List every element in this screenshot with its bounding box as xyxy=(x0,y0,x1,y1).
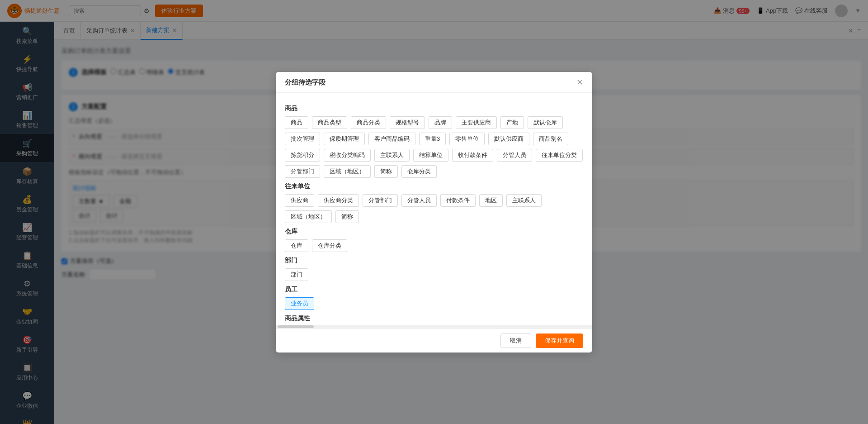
modal-hscroll xyxy=(276,325,592,328)
section-tags-2: 仓库仓库分类 xyxy=(285,239,583,252)
cancel-button[interactable]: 取消 xyxy=(500,333,531,348)
field-tag-0-3[interactable]: 规格型号 xyxy=(390,116,425,129)
field-tag-0-8[interactable]: 批次管理 xyxy=(285,133,320,145)
field-tag-3-0[interactable]: 部门 xyxy=(285,268,308,281)
field-tag-2-0[interactable]: 仓库 xyxy=(285,239,308,252)
section-title-0: 商品 xyxy=(285,105,583,113)
field-tag-0-14[interactable]: 商品别名 xyxy=(533,133,568,145)
field-tag-1-7[interactable]: 区域（地区） xyxy=(285,210,332,223)
field-tag-0-2[interactable]: 商品分类 xyxy=(351,116,386,129)
section-tags-3: 部门 xyxy=(285,268,583,281)
hscroll-thumb xyxy=(278,325,314,328)
modal: 分组待选字段 ✕ 商品商品商品类型商品分类规格型号品牌主要供应商产地默认仓库批次… xyxy=(276,72,592,353)
field-tag-0-19[interactable]: 收付款条件 xyxy=(452,149,493,162)
section-title-1: 往来单位 xyxy=(285,182,583,191)
field-tag-1-0[interactable]: 供应商 xyxy=(285,194,314,207)
modal-body: 商品商品商品类型商品分类规格型号品牌主要供应商产地默认仓库批次管理保质期管理客户… xyxy=(276,93,592,325)
field-tag-0-25[interactable]: 仓库分类 xyxy=(401,165,437,178)
section-tags-0: 商品商品类型商品分类规格型号品牌主要供应商产地默认仓库批次管理保质期管理客户商品… xyxy=(285,116,583,178)
modal-header: 分组待选字段 ✕ xyxy=(276,72,592,93)
field-tag-0-13[interactable]: 默认供应商 xyxy=(488,133,529,145)
field-tag-0-20[interactable]: 分管人员 xyxy=(497,149,532,162)
field-tag-0-0[interactable]: 商品 xyxy=(285,116,308,129)
field-tag-0-22[interactable]: 分管部门 xyxy=(285,165,320,178)
field-tag-0-17[interactable]: 主联系人 xyxy=(374,149,410,162)
field-tag-0-6[interactable]: 产地 xyxy=(500,116,524,129)
modal-close-icon[interactable]: ✕ xyxy=(576,78,583,86)
section-title-5: 商品属性 xyxy=(285,314,583,323)
field-tag-0-12[interactable]: 零售单位 xyxy=(449,133,485,145)
field-tag-0-16[interactable]: 税收分类编码 xyxy=(324,149,371,162)
modal-footer: 取消 保存并查询 xyxy=(276,329,592,353)
field-tag-1-4[interactable]: 付款条件 xyxy=(440,194,476,207)
section-title-3: 部门 xyxy=(285,257,583,265)
field-tag-0-1[interactable]: 商品类型 xyxy=(312,116,347,129)
field-tag-0-18[interactable]: 结算单位 xyxy=(413,149,448,162)
field-tag-0-9[interactable]: 保质期管理 xyxy=(324,133,365,145)
section-tags-4: 业务员 xyxy=(285,297,583,310)
field-tag-0-24[interactable]: 简称 xyxy=(374,165,398,178)
field-tag-0-10[interactable]: 客户商品编码 xyxy=(368,133,415,145)
field-tag-1-3[interactable]: 分管人员 xyxy=(401,194,437,207)
field-tag-2-1[interactable]: 仓库分类 xyxy=(312,239,347,252)
section-tags-1: 供应商供应商分类分管部门分管人员付款条件地区主联系人区域（地区）简称 xyxy=(285,194,583,223)
field-tag-0-7[interactable]: 默认仓库 xyxy=(528,116,563,129)
field-tag-1-1[interactable]: 供应商分类 xyxy=(318,194,359,207)
field-tag-4-0[interactable]: 业务员 xyxy=(285,297,314,310)
confirm-button[interactable]: 保存并查询 xyxy=(536,333,583,348)
field-tag-0-23[interactable]: 区域（地区） xyxy=(324,165,371,178)
modal-overlay: 分组待选字段 ✕ 商品商品商品类型商品分类规格型号品牌主要供应商产地默认仓库批次… xyxy=(0,0,868,424)
field-tag-1-8[interactable]: 简称 xyxy=(335,210,359,223)
field-tag-0-4[interactable]: 品牌 xyxy=(429,116,452,129)
field-tag-0-11[interactable]: 重量3 xyxy=(419,133,446,145)
section-title-4: 员工 xyxy=(285,286,583,294)
field-tag-1-6[interactable]: 主联系人 xyxy=(506,194,542,207)
field-tag-0-5[interactable]: 主要供应商 xyxy=(456,116,497,129)
field-tag-0-21[interactable]: 往来单位分类 xyxy=(536,149,583,162)
field-tag-1-2[interactable]: 分管部门 xyxy=(363,194,398,207)
modal-title: 分组待选字段 xyxy=(285,78,326,87)
field-tag-0-15[interactable]: 拣货积分 xyxy=(285,149,320,162)
section-title-2: 仓库 xyxy=(285,228,583,236)
field-tag-1-5[interactable]: 地区 xyxy=(479,194,503,207)
